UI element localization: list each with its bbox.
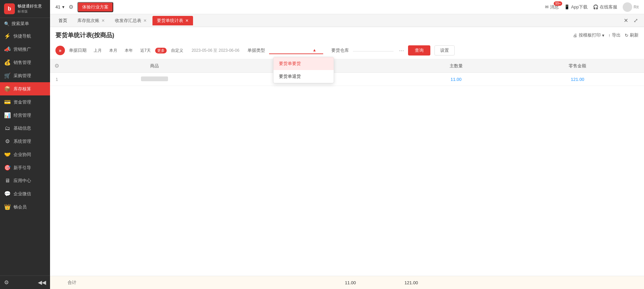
column-settings-icon[interactable]: ⚙ <box>54 63 59 69</box>
settings-icon[interactable]: ⚙ <box>4 279 9 286</box>
filter-settings-button[interactable]: 设置 <box>434 45 455 55</box>
collapse-icon[interactable]: ◀◀ <box>38 279 46 286</box>
tab-batch-stock-close[interactable]: ✕ <box>101 18 105 23</box>
date-range-display: 2023-05-06 至 2023-06-06 <box>192 48 239 53</box>
col-qty: 主数量 <box>401 59 511 73</box>
maximize-tab-button[interactable]: ⤢ <box>631 17 640 24</box>
type-option-yaohuodan[interactable]: 要货单要货 <box>273 57 334 70</box>
tab-batch-stock[interactable]: 库存批次账 ✕ <box>73 16 109 25</box>
topbar: 41 ▾ ⚙ 体验行业方案 ✉ 消息 99+ 📱 App下载 🎧 在线客服 Ri… <box>50 0 644 14</box>
tab-order-summary-close[interactable]: ✕ <box>185 18 189 23</box>
warehouse-filter-label: 要货仓库 <box>331 47 349 53</box>
table-container: ⚙ 商品 主计量单位 主数量 零售金额 1 块 11.00 <box>50 59 644 276</box>
inventory-icon: 📦 <box>4 86 11 92</box>
footer-main-qty: 11.00 <box>320 280 381 285</box>
filter-bar: » 单据日期 上月 本月 本年 近7天 更多 自定义 2023-05-06 至 … <box>50 42 644 59</box>
date-btn-last-month[interactable]: 上月 <box>91 47 105 54</box>
search-icon: 🔍 <box>4 21 9 26</box>
sidebar-item-label: 应用中心 <box>14 178 31 184</box>
sidebar-item-inventory[interactable]: 📦 库存核算 <box>0 82 50 95</box>
store-dropdown-icon: ▾ <box>62 4 65 9</box>
messages-badge[interactable]: ✉ 消息 99+ <box>545 4 559 10</box>
type-option-yaohuodan-label: 要货单要货 <box>279 61 301 66</box>
refresh-icon: ↻ <box>625 33 628 38</box>
app-download[interactable]: 📱 App下载 <box>564 4 588 10</box>
sidebar-item-app-center[interactable]: 🖥 应用中心 <box>0 174 50 187</box>
warehouse-filter-select[interactable] <box>353 50 393 51</box>
message-count: 99+ <box>554 1 562 6</box>
finance-icon: 💳 <box>4 99 11 105</box>
type-option-tuihuo[interactable]: 要货单退货 <box>273 70 334 83</box>
message-icon: ✉ <box>545 4 549 9</box>
user-name-label: Rit <box>634 5 639 9</box>
headset-icon: 🎧 <box>593 4 598 9</box>
data-table: ⚙ 商品 主计量单位 主数量 零售金额 1 块 11.00 <box>50 59 644 86</box>
sidebar-item-wx[interactable]: 💬 企业微信 <box>0 187 50 200</box>
store-num: 41 <box>55 4 60 9</box>
page-title: 要货单统计表(按商品) <box>55 31 114 39</box>
type-dropdown-arrow[interactable]: ▲ <box>312 48 316 52</box>
user-avatar[interactable]: Rit <box>623 2 639 12</box>
tab-order-summary-label: 要货单统计表 <box>157 18 183 24</box>
wx-icon: 💬 <box>4 191 11 197</box>
operations-icon: 📊 <box>4 112 11 118</box>
col-settings[interactable]: ⚙ <box>50 59 64 73</box>
sidebar-item-basic[interactable]: 🗂 基础信息 <box>0 122 50 135</box>
sidebar-item-operations[interactable]: 📊 经营管理 <box>0 109 50 122</box>
sidebar-item-system[interactable]: ⚙ 系统管理 <box>0 135 50 148</box>
sidebar-item-vip[interactable]: 👑 畅会员 <box>0 200 50 214</box>
row-retail-amount: 121.00 <box>511 73 644 86</box>
tab-receive-summary-close[interactable]: ✕ <box>143 18 147 23</box>
row-product <box>64 73 245 86</box>
filter-more-button[interactable]: ··· <box>399 47 404 54</box>
date-btn-this-year[interactable]: 本年 <box>122 47 136 54</box>
online-service[interactable]: 🎧 在线客服 <box>593 4 617 10</box>
type-filter-select[interactable]: ▲ <box>269 47 323 54</box>
tab-home-label: 首页 <box>58 18 67 24</box>
print-dropdown-icon: ▾ <box>602 33 604 38</box>
sidebar-search[interactable]: 🔍 搜索菜单 <box>0 18 50 29</box>
mobile-icon: 📱 <box>564 4 570 9</box>
type-filter-input[interactable] <box>270 48 311 53</box>
sidebar-item-quick-nav[interactable]: ⚡ 快捷导航 <box>0 29 50 43</box>
date-more-tag[interactable]: 更多 <box>155 48 167 53</box>
sidebar-item-label: 销售管理 <box>14 60 31 66</box>
sidebar-item-enterprise[interactable]: 🤝 企业协同 <box>0 148 50 161</box>
sidebar-item-marketing[interactable]: 📣 营销推广 <box>0 43 50 56</box>
footer-total-label: 合计 <box>68 280 76 285</box>
tab-order-summary[interactable]: 要货单统计表 ✕ <box>152 16 193 25</box>
refresh-button[interactable]: ↻ 刷新 <box>625 32 639 38</box>
main-content: 41 ▾ ⚙ 体验行业方案 ✉ 消息 99+ 📱 App下载 🎧 在线客服 Ri… <box>50 0 644 289</box>
sidebar-item-label: 资金管理 <box>14 99 31 105</box>
tab-home[interactable]: 首页 <box>54 16 72 25</box>
close-tab-button[interactable]: ✕ <box>622 17 630 24</box>
sidebar-item-label: 畅会员 <box>14 204 27 210</box>
date-btn-custom[interactable]: 自定义 <box>168 47 186 54</box>
export-button[interactable]: ↑ 导出 <box>609 32 621 38</box>
type-option-tuihuo-label: 要货单退货 <box>279 74 301 79</box>
print-button[interactable]: 🖨 按模板打印 ▾ <box>573 32 604 38</box>
brand-name: 畅捷通好生意 <box>18 4 42 9</box>
date-btn-7days[interactable]: 近7天 <box>137 47 154 54</box>
table-row: 1 块 11.00 121.00 <box>50 73 644 86</box>
refresh-label: 刷新 <box>630 32 639 38</box>
tab-receive-summary[interactable]: 收发存汇总表 ✕ <box>111 16 151 25</box>
store-selector[interactable]: 41 ▾ <box>55 4 65 9</box>
promo-button[interactable]: 体验行业方案 <box>77 2 113 12</box>
sidebar-item-sales[interactable]: 💰 销售管理 <box>0 56 50 69</box>
query-button[interactable]: 查询 <box>408 45 430 55</box>
quick-nav-icon: ⚡ <box>4 33 11 39</box>
tabs-bar: 首页 库存批次账 ✕ 收发存汇总表 ✕ 要货单统计表 ✕ ✕ ⤢ <box>50 14 644 27</box>
vip-icon: 👑 <box>4 204 11 210</box>
filter-expand-button[interactable]: » <box>55 46 65 55</box>
sidebar-item-guide[interactable]: 🎯 新手引导 <box>0 161 50 174</box>
sidebar-item-purchase[interactable]: 🛒 采购管理 <box>0 69 50 82</box>
topbar-settings-icon[interactable]: ⚙ <box>69 4 73 10</box>
sidebar-item-finance[interactable]: 💳 资金管理 <box>0 95 50 109</box>
date-btn-this-month[interactable]: 本月 <box>106 47 120 54</box>
sidebar-bottom: ⚙ ◀◀ <box>0 275 50 289</box>
col-amount: 零售金额 <box>511 59 644 73</box>
sidebar-item-label: 采购管理 <box>14 73 31 79</box>
sales-icon: 💰 <box>4 59 11 66</box>
footer-retail-amount: 121.00 <box>381 280 442 285</box>
